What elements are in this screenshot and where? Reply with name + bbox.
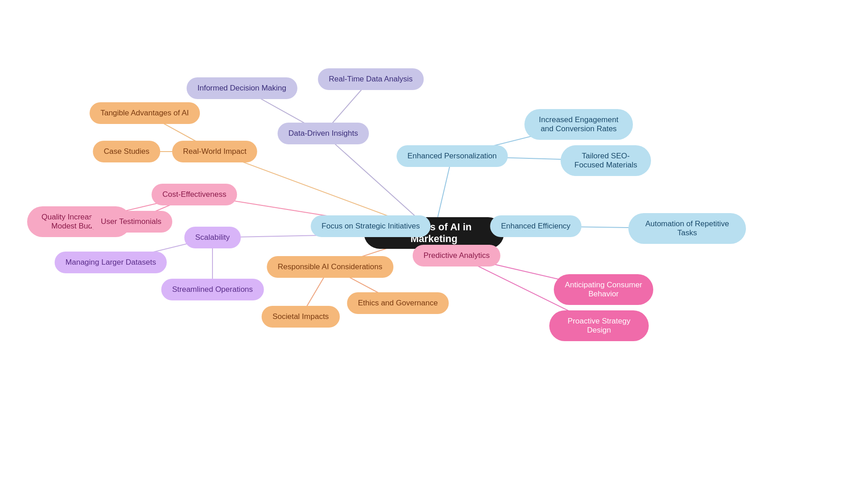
- node-increased_engagement[interactable]: Increased Engagement and Conversion Rate…: [524, 109, 633, 140]
- node-automation_repetitive[interactable]: Automation of Repetitive Tasks: [628, 213, 746, 244]
- node-real_world_impact[interactable]: Real-World Impact: [172, 141, 257, 162]
- node-scalability[interactable]: Scalability: [184, 227, 241, 248]
- node-focus_strategic[interactable]: Focus on Strategic Initiatives: [311, 215, 430, 237]
- node-predictive_analytics[interactable]: Predictive Analytics: [413, 245, 500, 266]
- node-user_testimonials[interactable]: User Testimonials: [90, 211, 172, 233]
- node-managing_larger_datasets[interactable]: Managing Larger Datasets: [55, 252, 167, 273]
- node-case_studies[interactable]: Case Studies: [93, 141, 160, 162]
- node-data_driven_insights[interactable]: Data-Driven Insights: [278, 123, 369, 144]
- node-ethics_governance[interactable]: Ethics and Governance: [347, 292, 449, 314]
- node-real_time_data_analysis[interactable]: Real-Time Data Analysis: [318, 68, 424, 90]
- node-enhanced_efficiency[interactable]: Enhanced Efficiency: [490, 215, 581, 237]
- node-informed_decision_making[interactable]: Informed Decision Making: [187, 77, 297, 99]
- node-tangible_advantages[interactable]: Tangible Advantages of AI: [90, 102, 200, 124]
- node-enhanced_personalization[interactable]: Enhanced Personalization: [396, 145, 508, 167]
- node-anticipating_consumer[interactable]: Anticipating Consumer Behavior: [554, 274, 653, 305]
- node-tailored_seo[interactable]: Tailored SEO-Focused Materials: [561, 145, 651, 176]
- node-cost_effectiveness[interactable]: Cost-Effectiveness: [151, 184, 237, 205]
- node-proactive_strategy[interactable]: Proactive Strategy Design: [549, 310, 649, 341]
- node-streamlined_operations[interactable]: Streamlined Operations: [161, 279, 264, 300]
- mind-map: Benefits of AI in MarketingData-Driven I…: [0, 0, 868, 490]
- node-responsible_ai[interactable]: Responsible AI Considerations: [267, 256, 393, 278]
- node-societal_impacts[interactable]: Societal Impacts: [262, 306, 340, 328]
